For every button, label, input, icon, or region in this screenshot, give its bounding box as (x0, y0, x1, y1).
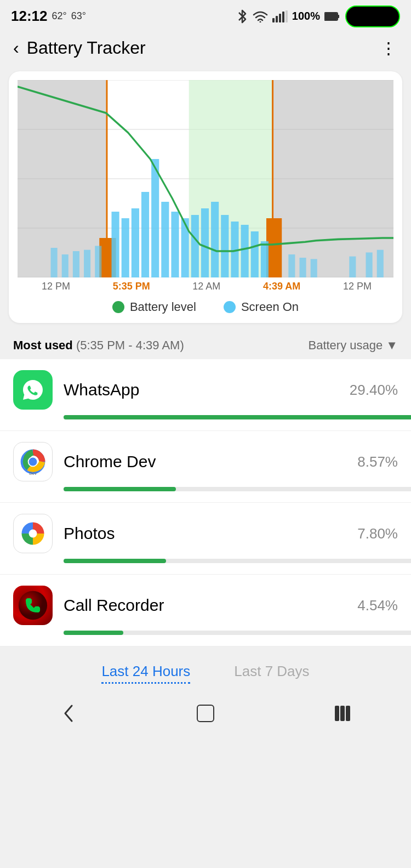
chrome-dev-name: Chrome Dev (64, 452, 357, 471)
legend-battery: Battery level (112, 300, 196, 314)
bottom-nav (0, 693, 411, 739)
list-item[interactable]: Photos 7.80% (0, 503, 411, 575)
call-recorder-icon (13, 586, 53, 625)
status-icons: 100% (236, 9, 340, 24)
svg-rect-34 (241, 225, 249, 277)
svg-point-52 (29, 458, 37, 466)
svg-rect-32 (221, 215, 229, 277)
svg-rect-42 (288, 254, 295, 277)
svg-text:Dev: Dev (29, 471, 37, 476)
svg-rect-28 (181, 218, 189, 277)
call-recorder-name: Call Recorder (64, 596, 357, 615)
status-right: 100% (236, 5, 400, 27)
svg-rect-30 (201, 208, 209, 277)
camera-pill (345, 5, 400, 27)
list-item[interactable]: Call Recorder 4.54% (0, 575, 411, 646)
svg-rect-35 (251, 231, 259, 277)
svg-rect-25 (151, 159, 159, 277)
svg-rect-31 (211, 202, 219, 277)
battery-percent: 100% (292, 10, 320, 22)
status-time-temp: 12:12 62° 63° (11, 8, 86, 25)
svg-rect-21 (112, 212, 119, 277)
square-icon (197, 705, 214, 722)
app-item-top-chrome: Dev Chrome Dev 8.57% (13, 442, 398, 481)
recent-nav-button[interactable] (326, 701, 359, 725)
tab-last-7-days[interactable]: Last 7 Days (234, 663, 309, 684)
photos-icon (13, 514, 53, 553)
status-bar: 12:12 62° 63° 100% (0, 0, 411, 30)
whatsapp-progress-fill (64, 415, 411, 419)
status-temp2: 63° (71, 10, 86, 22)
svg-rect-58 (346, 706, 350, 721)
svg-point-55 (19, 591, 47, 620)
svg-rect-7 (325, 13, 337, 20)
svg-rect-45 (349, 257, 356, 277)
svg-rect-56 (335, 706, 339, 721)
svg-point-54 (29, 530, 37, 538)
signal-icon (272, 10, 288, 22)
svg-rect-40 (84, 250, 90, 277)
page-title: Battery Tracker (27, 38, 146, 58)
svg-rect-57 (340, 706, 345, 721)
list-item[interactable]: WhatsApp 29.40% (0, 359, 411, 431)
chart-legend: Battery level Screen On (18, 300, 393, 314)
back-button[interactable]: ‹ (13, 38, 19, 58)
chrome-dev-icon: Dev (13, 442, 53, 481)
home-nav-button[interactable] (189, 701, 222, 725)
chrome-dev-progress-fill (64, 487, 176, 491)
svg-rect-3 (279, 14, 281, 22)
bottom-tabs: Last 24 Hours Last 7 Days (0, 651, 411, 693)
battery-chart-svg (18, 80, 393, 277)
dropdown-arrow-icon: ▼ (386, 338, 398, 353)
x-label-4: 4:39 AM (263, 281, 300, 292)
top-nav: ‹ Battery Tracker ⋮ (0, 30, 411, 66)
svg-rect-36 (261, 241, 269, 277)
battery-usage-dropdown[interactable]: Battery usage ▼ (308, 338, 398, 353)
wifi-icon (253, 10, 268, 22)
app-list: WhatsApp 29.40% (0, 359, 411, 646)
legend-screen: Screen On (224, 300, 299, 314)
svg-rect-47 (377, 250, 384, 277)
svg-rect-24 (141, 192, 149, 277)
whatsapp-progress-bg (64, 415, 411, 419)
call-recorder-percent: 4.54% (357, 597, 398, 614)
legend-battery-dot (112, 301, 124, 313)
app-item-top-callrecorder: Call Recorder 4.54% (13, 586, 398, 625)
svg-rect-46 (366, 252, 373, 277)
call-recorder-progress-fill (64, 631, 123, 635)
list-item[interactable]: Dev Chrome Dev 8.57% (0, 431, 411, 503)
section-header: Most used (5:35 PM - 4:39 AM) Battery us… (0, 328, 411, 359)
section-title-area: Most used (5:35 PM - 4:39 AM) (13, 338, 184, 353)
chrome-dev-progress-bg (64, 487, 411, 491)
svg-rect-26 (161, 202, 169, 277)
status-time: 12:12 (11, 8, 48, 25)
photos-name: Photos (64, 524, 357, 543)
svg-rect-23 (132, 208, 139, 277)
x-label-1: 12 PM (42, 281, 70, 292)
svg-rect-44 (311, 259, 317, 277)
battery-chart-card: 12 PM 5:35 PM 12 AM 4:39 AM 12 PM Batter… (9, 71, 402, 323)
nav-left: ‹ Battery Tracker (13, 38, 146, 58)
legend-screen-label: Screen On (241, 300, 299, 314)
svg-rect-4 (282, 12, 284, 22)
svg-rect-38 (62, 254, 68, 277)
more-menu-button[interactable]: ⋮ (380, 38, 398, 58)
back-nav-button[interactable] (52, 701, 85, 725)
whatsapp-icon (13, 370, 53, 410)
photos-percent: 7.80% (357, 525, 398, 542)
chart-x-axis: 12 PM 5:35 PM 12 AM 4:39 AM 12 PM (18, 281, 393, 292)
section-title: Most used (5:35 PM - 4:39 AM) (13, 338, 184, 352)
tab-last-24-hours[interactable]: Last 24 Hours (101, 663, 190, 684)
x-label-3: 12 AM (192, 281, 220, 292)
svg-rect-43 (300, 258, 306, 277)
svg-rect-41 (95, 246, 101, 277)
legend-battery-label: Battery level (130, 300, 196, 314)
call-recorder-progress-bg (64, 631, 411, 635)
app-item-top-whatsapp: WhatsApp 29.40% (13, 370, 398, 410)
svg-rect-8 (338, 15, 339, 18)
battery-icon (324, 12, 340, 21)
svg-point-0 (259, 21, 261, 22)
legend-screen-dot (224, 301, 236, 313)
svg-rect-29 (191, 215, 199, 277)
app-item-top-photos: Photos 7.80% (13, 514, 398, 553)
